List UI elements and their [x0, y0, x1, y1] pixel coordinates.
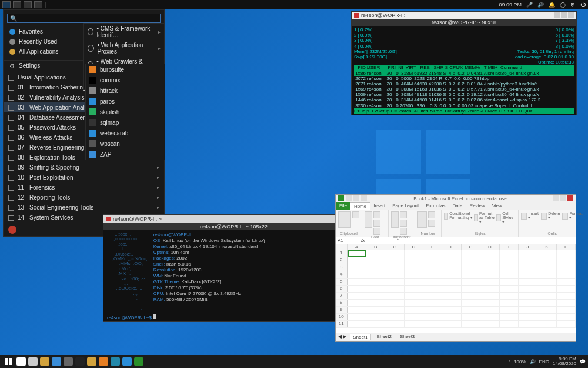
grid-row[interactable]: 7	[336, 293, 576, 300]
tool-item-wpscan[interactable]: wpscan	[86, 138, 165, 149]
grid-row[interactable]: 10	[336, 314, 576, 321]
ribbon-cmd[interactable]	[365, 211, 372, 228]
start-button[interactable]	[2, 357, 14, 366]
col-header[interactable]: F	[442, 244, 461, 250]
tray-chevron-icon[interactable]: ^	[508, 359, 510, 364]
excel-grid[interactable]: ABCDEFGHIJKL 1234567891011	[336, 244, 576, 333]
category-item[interactable]: 10 - Post Exploitation▸	[4, 173, 164, 183]
taskbar-app-vscode[interactable]	[122, 357, 132, 366]
kali-menu-button[interactable]	[2, 1, 11, 8]
system-tray[interactable]: ^ 100% 🔊 ENG 9:09 PM14/08/2020 💬	[508, 357, 586, 366]
ribbon-tab-formulas[interactable]: Formulas	[422, 202, 449, 210]
qat-save[interactable]	[346, 195, 352, 201]
formula-input[interactable]: fx	[359, 237, 576, 244]
tray-notif-icon[interactable]: 💬	[580, 359, 586, 364]
taskbar-app-store[interactable]	[64, 357, 73, 366]
category-item[interactable]: 09 - Sniffing & Spoofing▸	[4, 163, 164, 173]
taskbar-app-firefox[interactable]	[99, 357, 108, 366]
category-item[interactable]: 12 - Reporting Tools▸	[4, 193, 164, 203]
tray-clock[interactable]: 9:09 PM14/08/2020	[553, 357, 576, 366]
neo-titlebar[interactable]: re4son@WOPR-II: ~	[103, 215, 364, 223]
taskbar-app-search[interactable]	[16, 357, 26, 366]
close-icon[interactable]	[106, 217, 111, 221]
process-row[interactable]: 1446 re4son 20 0 314M 44508 31416 S 0.0 …	[354, 97, 574, 102]
maximize-icon[interactable]	[561, 12, 567, 18]
ribbon-cmd[interactable]	[373, 220, 380, 227]
shield-icon[interactable]: ⛨	[570, 2, 576, 8]
user-avatar[interactable]	[8, 226, 16, 234]
col-header[interactable]: B	[366, 244, 385, 250]
tool-item-commix[interactable]: commix	[86, 75, 165, 85]
submenu-item[interactable]: • CMS & Framework Identif…▸	[84, 24, 164, 40]
excel-titlebar[interactable]: Book1 - Microsoft Excel non-commercial u…	[336, 195, 576, 202]
ribbon-cmd[interactable]: Delete ▾	[541, 211, 561, 220]
ribbon-cmd[interactable]: Conditional Formatting ▾	[444, 211, 473, 220]
ribbon-cmd[interactable]	[373, 211, 380, 218]
process-row[interactable]: 2071 re4son 20 0 404M 64630 42280 S 0.7 …	[354, 81, 574, 87]
grid-row[interactable]: 4	[336, 271, 576, 279]
close-button[interactable]	[568, 12, 574, 18]
htop-terminal-window[interactable]: re4son@WOPR-II: re4son@WOPR-II: ~ 90x18 …	[351, 11, 577, 115]
tool-item-ZAP[interactable]: ZAP	[86, 149, 165, 160]
tool-item-burpsuite[interactable]: burpsuite	[86, 64, 165, 75]
ribbon-tab-view[interactable]: View	[489, 202, 506, 210]
taskbar-app-terminal1[interactable]	[75, 357, 85, 366]
col-header[interactable]: H	[480, 244, 499, 250]
taskbar-app-edge[interactable]	[52, 357, 61, 366]
taskbar-app-terminal2[interactable]	[87, 357, 96, 366]
grid-row[interactable]: 2	[336, 257, 576, 264]
process-row[interactable]: 1509 re4son 20 0 308M 49118 31036 S 0.0 …	[354, 92, 574, 97]
ribbon-cmd[interactable]	[417, 211, 427, 228]
ribbon-tab-home[interactable]: Home	[350, 202, 370, 210]
ribbon-tab-file[interactable]: File	[336, 202, 350, 210]
col-header[interactable]: E	[423, 244, 442, 250]
panel-btn-1[interactable]	[13, 1, 21, 8]
process-row[interactable]: 1586 re4son 20 0 318M 61932 31848 S 4.6 …	[354, 71, 574, 76]
col-header[interactable]: A	[348, 244, 366, 250]
ribbon-cmd[interactable]	[428, 211, 435, 218]
ribbon-cmd[interactable]	[338, 211, 351, 228]
ribbon-cmd[interactable]: Cell Styles ▾	[496, 211, 516, 224]
excel-window[interactable]: Book1 - Microsoft Excel non-commercial u…	[335, 194, 576, 342]
taskbar-app-explorer[interactable]	[40, 357, 49, 366]
process-row[interactable]: 2072 re4son 20 0 5000 3528 2964 R 0.7 0.…	[354, 76, 574, 81]
search-input[interactable]	[19, 15, 158, 22]
close-button[interactable]	[567, 195, 573, 201]
process-row[interactable]: 3530 re4son 20 0 20700 336 0 S 0.0 0.0 0…	[354, 103, 574, 108]
power-icon[interactable]: ⏻	[580, 2, 586, 8]
ribbon-cmd[interactable]	[400, 220, 407, 227]
mic-icon[interactable]: 🎤	[526, 2, 533, 8]
tray-lang[interactable]: ENG	[539, 359, 549, 364]
taskbar-app-taskview[interactable]	[28, 357, 38, 366]
ribbon-cmd[interactable]	[428, 220, 435, 227]
tool-item-httrack[interactable]: httrack	[86, 85, 165, 96]
sheet-tab[interactable]: Sheet3	[397, 334, 417, 340]
process-row[interactable]: 1569 re4son 20 0 308M 16168 31036 S 0.0 …	[354, 87, 574, 92]
ribbon-cmd[interactable]	[400, 211, 407, 218]
col-header[interactable]: G	[462, 244, 480, 250]
ribbon-cmd[interactable]	[352, 211, 359, 218]
col-header[interactable]: J	[519, 244, 537, 250]
grid-row[interactable]: 8	[336, 300, 576, 307]
taskbar-app-excel[interactable]	[134, 357, 143, 366]
col-header[interactable]: L	[557, 244, 576, 250]
submenu-item[interactable]: • Web Application Proxies▸	[84, 40, 164, 57]
grid-row[interactable]: 9	[336, 307, 576, 314]
ribbon-cmd[interactable]: Format ▾	[562, 211, 583, 220]
htop-fkeys[interactable]: F1Help F2Setup F3SearchF4FilterF5Tree F6…	[354, 108, 574, 114]
tool-item-webscarab[interactable]: webscarab	[86, 128, 165, 138]
category-item[interactable]: 13 - Social Engineering Tools▸	[4, 203, 164, 213]
qat-undo[interactable]	[353, 195, 359, 201]
shell-prompt[interactable]: re4son@WOPR-II:~$	[103, 313, 364, 321]
sheet-tab[interactable]: Sheet2	[375, 334, 394, 340]
grid-row[interactable]: 6	[336, 286, 576, 293]
col-header[interactable]: I	[500, 244, 519, 250]
col-header[interactable]: K	[537, 244, 556, 250]
ribbon-tab-insert[interactable]: Insert	[370, 202, 389, 210]
ribbon-cmd[interactable]	[373, 228, 380, 235]
ribbon-cmd[interactable]: Insert ▾	[521, 211, 540, 220]
tool-item-skipfish[interactable]: skipfish	[86, 107, 165, 117]
qat-redo[interactable]	[361, 195, 367, 201]
ribbon-cmd[interactable]	[400, 228, 407, 235]
minimize-icon[interactable]	[553, 195, 559, 201]
